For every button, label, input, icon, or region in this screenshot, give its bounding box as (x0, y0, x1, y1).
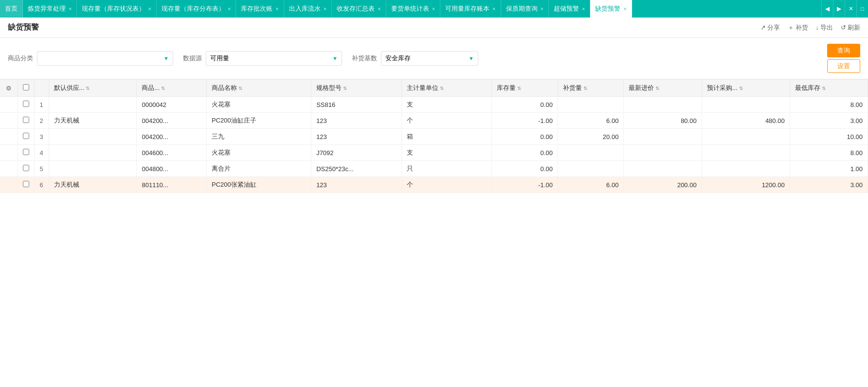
close-tab-icon-abnormal[interactable]: × (69, 6, 72, 12)
row-gear-4 (0, 161, 18, 177)
row-checkbox-3[interactable] (23, 149, 29, 155)
row-checkbox-2[interactable] (23, 133, 29, 139)
close-tab-icon-collect-summary[interactable]: × (378, 6, 380, 12)
close-tab-icon-order-stat[interactable]: × (432, 6, 435, 12)
share-btn[interactable]: ↗ 分享 (760, 23, 780, 32)
replenish-base-select[interactable]: 安全库存 ▼ (381, 51, 478, 66)
cell-est_purchase-2 (702, 129, 790, 145)
cell-latest_price-4 (624, 161, 702, 177)
row-checkbox-0[interactable] (23, 101, 29, 107)
replenish-btn[interactable]: ＋ 补货 (788, 23, 808, 32)
table-row: 10000042火花塞SS816支0.008.00 (0, 97, 868, 113)
col-replenish-qty: 补货量 ⇅ (558, 80, 623, 97)
close-tab-icon-inventory-dist[interactable]: × (228, 6, 231, 12)
nav-tab-inventory-status[interactable]: 现存量（库存状况表）× (77, 0, 156, 18)
cell-est_purchase-0 (702, 97, 790, 113)
row-gear-0 (0, 97, 18, 113)
main-content: 缺货预警 ↗ 分享 ＋ 补货 ↓ 导出 ↺ 刷新 商品分类 (0, 18, 868, 387)
query-button[interactable]: 查询 (827, 44, 860, 57)
replenish-base-value: 安全库存 (385, 54, 411, 63)
category-filter-group: 商品分类 ▼ (8, 51, 173, 66)
col-est-purchase: 预计采购... ⇅ (702, 80, 790, 97)
close-tab-icon-inout-flow[interactable]: × (324, 6, 326, 12)
cell-goods_name-1: PC200油缸庄子 (206, 113, 311, 129)
nav-tab-collect-summary[interactable]: 收发存汇总表× (332, 0, 386, 18)
nav-tab-home[interactable]: 首页 (0, 0, 23, 18)
nav-tab-expiry-query[interactable]: 保质期查询× (501, 0, 549, 18)
row-checkbox-cell-4 (18, 161, 34, 177)
header-actions: ↗ 分享 ＋ 补货 ↓ 导出 ↺ 刷新 (760, 23, 861, 32)
cell-goods_name-0: 火花塞 (206, 97, 311, 113)
cell-unit-1: 个 (402, 113, 492, 129)
row-checkbox-cell-0 (18, 97, 34, 113)
close-tab-icon-inventory-status[interactable]: × (148, 6, 151, 12)
nav-tab-shortage[interactable]: 缺货预警× (590, 0, 632, 18)
row-checkbox-cell-2 (18, 129, 34, 145)
nav-tab-inout-flow[interactable]: 出入库流水× (284, 0, 332, 18)
cell-est_purchase-4 (702, 161, 790, 177)
row-gear-1 (0, 113, 18, 129)
nav-tab-inventory-dist[interactable]: 现存量（库存分布表）× (157, 0, 236, 18)
export-btn[interactable]: ↓ 导出 (816, 23, 833, 32)
cell-min_stock-3: 8.00 (790, 145, 868, 161)
datasource-select[interactable]: 可用量 ▼ (206, 51, 342, 66)
cell-est_purchase-1: 480.00 (702, 113, 790, 129)
nav-tab-available-ledger[interactable]: 可用量库存账本× (440, 0, 501, 18)
row-checkbox-1[interactable] (23, 117, 29, 123)
select-all-checkbox[interactable] (23, 84, 29, 90)
cell-min_stock-4: 1.00 (790, 161, 868, 177)
cell-min_stock-5: 3.00 (790, 177, 868, 193)
nav-tab-order-stat[interactable]: 要货单统计表× (386, 0, 440, 18)
close-tab-icon-overstock[interactable]: × (582, 6, 585, 12)
close-tab-icon-shortage[interactable]: × (623, 6, 626, 12)
category-select[interactable]: ▼ (37, 51, 173, 66)
settings-button[interactable]: 设置 (827, 59, 860, 73)
cell-latest_price-0 (624, 97, 702, 113)
table-row: 6力天机械801110...PC200张紧油缸123个-1.006.00200.… (0, 177, 868, 193)
nav-tab-batch-account[interactable]: 库存批次账× (236, 0, 284, 18)
cell-replenish_qty-1: 6.00 (558, 113, 623, 129)
close-tab-icon-expiry-query[interactable]: × (541, 6, 543, 12)
replenish-icon: ＋ (788, 23, 794, 32)
row-checkbox-4[interactable] (23, 165, 29, 171)
refresh-btn[interactable]: ↺ 刷新 (841, 23, 860, 32)
close-window-btn[interactable]: ✕ (845, 0, 856, 18)
category-label: 商品分类 (8, 54, 33, 63)
cell-min_stock-0: 8.00 (790, 97, 868, 113)
cell-replenish_qty-0 (558, 97, 623, 113)
row-checkbox-5[interactable] (23, 181, 29, 187)
row-gear-5 (0, 177, 18, 193)
nav-left-arrow[interactable]: ◀ (821, 0, 833, 18)
cell-stock_qty-0: 0.00 (492, 97, 558, 113)
gear-icon[interactable]: ⚙ (5, 85, 13, 92)
cell-unit-2: 箱 (402, 129, 492, 145)
datasource-filter-group: 数据源 可用量 ▼ (183, 51, 342, 66)
replenish-base-dropdown-arrow: ▼ (469, 55, 474, 61)
sort-icon-name: ⇅ (238, 86, 242, 91)
maximize-btn[interactable]: □ (856, 0, 868, 18)
nav-tab-overstock[interactable]: 超储预警× (549, 0, 590, 18)
cell-default_supplier-4 (49, 161, 137, 177)
cell-est_purchase-3 (702, 145, 790, 161)
replenish-base-label: 补货基数 (352, 54, 377, 63)
row-num-2: 3 (34, 129, 49, 145)
table-row: 4004600...火花塞J7092支0.008.00 (0, 145, 868, 161)
cell-goods_code-5: 801110... (137, 177, 207, 193)
datasource-label: 数据源 (183, 54, 202, 63)
export-icon: ↓ (816, 24, 819, 31)
page-header: 缺货预警 ↗ 分享 ＋ 补货 ↓ 导出 ↺ 刷新 (0, 18, 868, 38)
cell-spec_model-1: 123 (311, 113, 402, 129)
row-num-1: 2 (34, 113, 49, 129)
cell-goods_code-3: 004600... (137, 145, 207, 161)
col-rownum (34, 80, 49, 97)
sort-icon-spec: ⇅ (343, 86, 347, 91)
close-tab-icon-available-ledger[interactable]: × (492, 6, 495, 12)
cell-replenish_qty-5: 6.00 (558, 177, 623, 193)
nav-right-arrow[interactable]: ▶ (833, 0, 845, 18)
sort-icon-est: ⇅ (739, 86, 743, 91)
cell-goods_code-0: 0000042 (137, 97, 207, 113)
cell-unit-3: 支 (402, 145, 492, 161)
nav-tab-abnormal[interactable]: 炼货异常处理× (23, 0, 77, 18)
close-tab-icon-batch-account[interactable]: × (275, 6, 278, 12)
row-num-0: 1 (34, 97, 49, 113)
